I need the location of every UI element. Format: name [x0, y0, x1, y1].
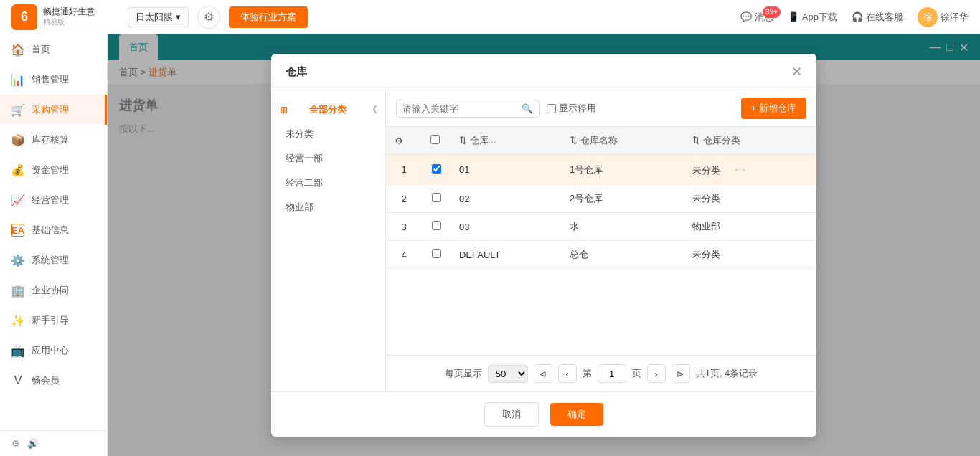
- th-settings: ⚙: [386, 127, 422, 155]
- sidebar-label-sales: 销售管理: [32, 73, 69, 86]
- page-input[interactable]: [598, 364, 626, 383]
- total-label: 共1页, 4条记录: [696, 367, 758, 380]
- sidebar-item-apps[interactable]: 📺 应用中心: [0, 336, 107, 366]
- sidebar-item-system[interactable]: ⚙️ 系统管理: [0, 245, 107, 275]
- sidebar-item-home[interactable]: 🏠 首页: [0, 34, 107, 65]
- store-selector[interactable]: 日太阳膜 ▾: [128, 7, 189, 27]
- table-row[interactable]: 1 01 1号仓库 未分类···: [386, 155, 816, 185]
- sidebar-label-system: 系统管理: [32, 254, 69, 267]
- logo-icon: 6: [11, 4, 37, 30]
- header-right: 💬 消息 99+ 📱 App下载 🎧 在线客服 徐 徐泽华: [740, 7, 969, 27]
- online-service-item[interactable]: 🎧 在线客服: [852, 11, 903, 24]
- th-category: ⇅ 仓库分类: [684, 127, 816, 155]
- warehouse-dialog: 仓库 ✕ ⊞ 全部分类 《 未分类: [271, 54, 816, 437]
- sidebar-item-basic[interactable]: EA 基础信息: [0, 215, 107, 245]
- sidebar-item-member[interactable]: V 畅会员: [0, 366, 107, 396]
- user-item[interactable]: 徐 徐泽华: [918, 7, 969, 27]
- sidebar-label-basic: 基础信息: [32, 224, 69, 237]
- sidebar-label-operation: 经营管理: [32, 194, 69, 206]
- operation-icon: 📈: [11, 194, 24, 206]
- system-icon: ⚙️: [11, 254, 24, 267]
- row-category: 物业部: [684, 213, 816, 241]
- trial-button[interactable]: 体验行业方案: [229, 6, 308, 28]
- app-download-item[interactable]: 📱 App下载: [788, 11, 837, 24]
- row-checkbox[interactable]: [422, 241, 451, 269]
- search-box: 🔍: [396, 100, 540, 118]
- app-download-label: App下载: [802, 11, 837, 24]
- sidebar-item-inventory[interactable]: 📦 库存核算: [0, 125, 107, 155]
- prev-page-button[interactable]: ‹: [558, 364, 577, 383]
- collapse-icon[interactable]: 《: [368, 104, 377, 116]
- row-actions-button[interactable]: ···: [735, 162, 745, 176]
- apps-icon: 📺: [11, 344, 24, 357]
- th-code: ⇅ 仓库...: [451, 127, 561, 155]
- add-warehouse-button[interactable]: + 新增仓库: [741, 98, 806, 119]
- sidebar-label-inventory: 库存核算: [32, 133, 69, 146]
- enterprise-icon: 🏢: [11, 284, 24, 297]
- sidebar-item-sales[interactable]: 📊 销售管理: [0, 65, 107, 95]
- dropdown-icon: ▾: [176, 11, 181, 22]
- dialog-header: 仓库 ✕: [271, 54, 816, 90]
- category-ops2[interactable]: 经营二部: [271, 171, 385, 195]
- last-page-button[interactable]: ⊳: [672, 364, 690, 383]
- dialog-close-button[interactable]: ✕: [791, 64, 802, 80]
- sidebar-item-guide[interactable]: ✨ 新手引导: [0, 305, 107, 336]
- per-page-select[interactable]: 50 100: [488, 365, 528, 383]
- next-page-button[interactable]: ›: [647, 364, 666, 383]
- modal-overlay[interactable]: 仓库 ✕ ⊞ 全部分类 《 未分类: [108, 34, 980, 456]
- basic-icon: EA: [11, 224, 24, 237]
- volume-icon[interactable]: 🔊: [27, 438, 39, 449]
- purchase-icon: 🛒: [11, 103, 24, 116]
- row-num: 3: [386, 213, 422, 241]
- inventory-icon: 📦: [11, 133, 24, 146]
- category-ops1[interactable]: 经营一部: [271, 146, 385, 171]
- notification-item[interactable]: 💬 消息 99+: [740, 11, 773, 24]
- row-name: 总仓: [561, 241, 684, 269]
- select-all-checkbox[interactable]: [430, 135, 440, 144]
- settings-bottom-icon[interactable]: ⚙: [11, 438, 20, 449]
- search-input[interactable]: [402, 103, 517, 114]
- show-disabled-checkbox[interactable]: [547, 104, 556, 113]
- user-name: 徐泽华: [941, 11, 969, 24]
- table-row[interactable]: 4 DEFAULT 总仓 未分类: [386, 241, 816, 269]
- sidebar-item-operation[interactable]: 📈 经营管理: [0, 185, 107, 215]
- table-row[interactable]: 3 03 水 物业部: [386, 213, 816, 241]
- table-body: 1 01 1号仓库 未分类··· 2 02 2号仓库 未分类 3 03 水 物业…: [386, 155, 816, 269]
- per-page-label: 每页显示: [445, 367, 482, 380]
- sidebar-label-guide: 新手引导: [32, 314, 69, 327]
- sidebar-label-finance: 资金管理: [32, 163, 69, 176]
- main-layout: 🏠 首页 📊 销售管理 🛒 采购管理 📦 库存核算 💰 资金管理 📈 经营管理 …: [0, 34, 980, 456]
- finance-icon: 💰: [11, 163, 24, 176]
- sidebar-item-purchase[interactable]: 🛒 采购管理: [0, 95, 107, 125]
- store-name: 日太阳膜: [136, 11, 173, 24]
- sidebar-item-finance[interactable]: 💰 资金管理: [0, 155, 107, 185]
- row-checkbox[interactable]: [422, 155, 451, 185]
- row-code: 01: [451, 155, 561, 185]
- row-checkbox[interactable]: [422, 185, 451, 213]
- member-icon: V: [11, 374, 24, 387]
- first-page-button[interactable]: ⊲: [534, 364, 552, 383]
- row-checkbox[interactable]: [422, 213, 451, 241]
- category-property[interactable]: 物业部: [271, 195, 385, 219]
- row-code: 03: [451, 213, 561, 241]
- row-num: 2: [386, 185, 422, 213]
- th-name: ⇅ 仓库名称: [561, 127, 684, 155]
- show-disabled-label[interactable]: 显示停用: [547, 102, 596, 115]
- dialog-body: ⊞ 全部分类 《 未分类 经营一部 经营二部: [271, 90, 816, 391]
- message-icon: 💬: [740, 11, 752, 22]
- confirm-button[interactable]: 确定: [550, 403, 603, 426]
- category-unclassified[interactable]: 未分类: [271, 122, 385, 146]
- main-content: 首页 — □ ✕ 首页 > 进货单 进货单 按以下...: [108, 34, 980, 456]
- table-area: 🔍 显示停用 + 新增仓库: [386, 90, 816, 391]
- sidebar-label-enterprise: 企业协同: [32, 284, 69, 297]
- page-label: 第: [583, 367, 592, 380]
- cancel-button[interactable]: 取消: [484, 402, 539, 427]
- sidebar-bottom: ⚙ 🔊: [0, 430, 107, 456]
- sidebar-item-enterprise[interactable]: 🏢 企业协同: [0, 275, 107, 305]
- category-all[interactable]: ⊞ 全部分类 《: [271, 98, 385, 122]
- mobile-icon: 📱: [788, 11, 799, 22]
- table-row[interactable]: 2 02 2号仓库 未分类: [386, 185, 816, 213]
- sales-icon: 📊: [11, 73, 24, 86]
- settings-button[interactable]: ⚙: [197, 6, 220, 29]
- notification-badge: 99+: [763, 6, 781, 18]
